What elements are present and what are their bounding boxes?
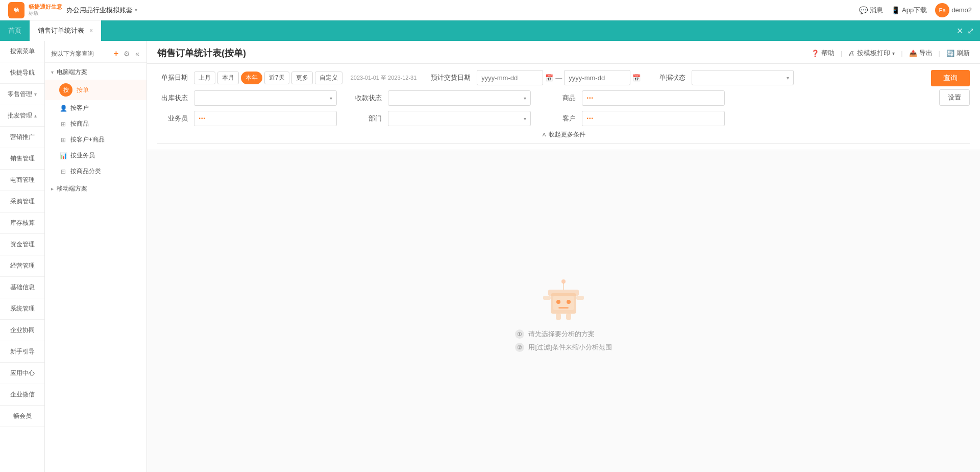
sidebar-item-membership[interactable]: 畅会员 — [0, 406, 44, 427]
delivery-status-select[interactable]: ▾ — [194, 90, 337, 106]
grid2-icon: ⊞ — [59, 136, 67, 144]
app-download-btn[interactable]: 📱 App下载 — [891, 6, 927, 15]
right-panel: 销售订单统计表(按单) ❓ 帮助 | 🖨 按模板打印 ▾ | 📤 — [147, 41, 980, 472]
left-panel-actions: + ⚙ « — [113, 48, 140, 59]
scheme-item-by-order-label: 按单 — [77, 86, 89, 95]
product-ellipsis-icon[interactable]: ··· — [586, 93, 593, 103]
custom-btn[interactable]: 自定义 — [315, 72, 342, 84]
account-dropdown[interactable]: 办公用品行业模拟账套 ▾ — [66, 6, 137, 15]
account-arrow-icon: ▾ — [135, 7, 137, 13]
help-label: 帮助 — [821, 49, 835, 58]
sidebar-item-enterprise[interactable]: 企业协同 — [0, 320, 44, 341]
message-btn[interactable]: 💬 消息 — [859, 6, 883, 15]
product-select[interactable]: ··· — [582, 90, 725, 106]
customer-select[interactable]: ··· — [582, 111, 725, 126]
tab-close-icon[interactable]: × — [89, 27, 93, 34]
scheme-item-by-salesperson-label: 按业务员 — [70, 151, 95, 160]
scheme-settings-btn[interactable]: ⚙ — [122, 48, 131, 59]
export-btn[interactable]: 📤 导出 — [909, 49, 933, 58]
salesperson-ellipsis-icon[interactable]: ··· — [199, 114, 205, 123]
sidebar-item-search-menu[interactable]: 搜索菜单 — [0, 41, 44, 62]
sidebar-item-ecommerce[interactable]: 电商管理 — [0, 170, 44, 191]
this-month-btn[interactable]: 本月 — [217, 72, 239, 84]
svg-rect-10 — [556, 314, 561, 320]
filter-row-2: 出库状态 ▾ 收款状态 ▾ 商品 ··· — [157, 90, 919, 106]
filter-row-1: 单据日期 上月 本月 本年 近7天 更多 自定义 2023-01-01 至 20… — [157, 70, 919, 85]
user-profile[interactable]: Ea demo2 — [935, 3, 972, 17]
sidebar-basic-info-label: 基础信息 — [10, 284, 35, 291]
last-month-btn[interactable]: 上月 — [194, 72, 215, 84]
scheme-group-pc-header[interactable]: ▾ 电脑端方案 — [45, 65, 146, 80]
sidebar-new-guide-label: 新手引导 — [10, 348, 35, 355]
scheme-item-by-product-category[interactable]: ⊟ 按商品分类 — [45, 163, 146, 179]
salesperson-select[interactable]: ··· — [194, 111, 337, 126]
expected-date-group: 📅 — 📅 — [477, 70, 641, 85]
topbar-left: 畅 畅捷通好生意 标版 办公用品行业模拟账套 ▾ — [8, 2, 137, 18]
payment-status-label: 收款状态 — [351, 93, 382, 103]
sidebar-item-purchase[interactable]: 采购管理 — [0, 191, 44, 213]
this-year-btn[interactable]: 本年 — [241, 72, 262, 84]
sidebar-item-sales[interactable]: 销售管理 — [0, 148, 44, 170]
tab-home[interactable]: 首页 — [0, 20, 30, 41]
template-print-btn[interactable]: 🖨 按模板打印 ▾ — [848, 49, 895, 58]
refresh-btn[interactable]: 🔄 刷新 — [946, 49, 970, 58]
more-btn[interactable]: 更多 — [291, 72, 313, 84]
sidebar-item-inventory[interactable]: 库存核算 — [0, 213, 44, 234]
scheme-add-btn[interactable]: + — [113, 48, 119, 59]
svg-point-7 — [561, 279, 566, 284]
help-btn[interactable]: ❓ 帮助 — [811, 49, 835, 58]
scheme-item-by-customer[interactable]: 👤 按客户 — [45, 100, 146, 116]
query-action-group: 查询 设置 — [925, 70, 970, 106]
calendar-end-icon[interactable]: 📅 — [632, 74, 641, 82]
sidebar-item-enterprise-wechat[interactable]: 企业微信 — [0, 384, 44, 406]
delivery-status-label: 出库状态 — [157, 93, 188, 103]
salesperson-label: 业务员 — [157, 114, 188, 123]
payment-status-select[interactable]: ▾ — [388, 90, 531, 106]
doc-status-select[interactable]: ▾ — [692, 70, 794, 85]
scheme-item-by-salesperson[interactable]: 📊 按业务员 — [45, 148, 146, 163]
tip-num-1: ① — [515, 329, 524, 339]
sidebar-item-basic-info[interactable]: 基础信息 — [0, 277, 44, 298]
sidebar-item-system[interactable]: 系统管理 — [0, 298, 44, 320]
message-icon: 💬 — [859, 6, 868, 14]
expand-window-btn[interactable]: ⤢ — [967, 26, 974, 36]
dept-select[interactable]: ▾ — [388, 111, 531, 126]
scheme-group-mobile-header[interactable]: ▸ 移动端方案 — [45, 181, 146, 196]
sidebar-item-quick-nav[interactable]: 快捷导航 — [0, 62, 44, 84]
refresh-label: 刷新 — [957, 49, 970, 58]
scheme-item-by-order[interactable]: 按 按单 — [45, 80, 146, 100]
expected-date-start-input[interactable] — [477, 70, 543, 85]
page-actions: ❓ 帮助 | 🖨 按模板打印 ▾ | 📤 导出 | — [811, 49, 970, 58]
sidebar-item-new-guide[interactable]: 新手引导 — [0, 341, 44, 363]
customer-ellipsis-icon[interactable]: ··· — [586, 114, 593, 123]
main-layout: 搜索菜单 快捷导航 零售管理 ▾ 批发管理 ▴ 营销推广 销售管理 电商管理 采… — [0, 41, 980, 472]
sidebar-item-retail[interactable]: 零售管理 ▾ — [0, 84, 44, 105]
expected-date-end-input[interactable] — [564, 70, 630, 85]
scheme-item-by-customer-product[interactable]: ⊞ 按客户+商品 — [45, 132, 146, 148]
logo: 畅 — [8, 2, 24, 18]
calendar-start-icon[interactable]: 📅 — [545, 74, 553, 82]
svg-rect-11 — [566, 314, 571, 320]
avatar: Ea — [935, 3, 949, 17]
query-btn[interactable]: 查询 — [931, 70, 970, 86]
app-download-label: App下载 — [902, 6, 927, 15]
scheme-group-pc: ▾ 电脑端方案 按 按单 👤 按客户 ⊞ 按商品 — [45, 65, 146, 179]
scheme-item-by-product[interactable]: ⊞ 按商品 — [45, 116, 146, 132]
bar-chart-icon: 📊 — [59, 152, 67, 159]
close-window-btn[interactable]: ✕ — [957, 26, 963, 36]
filter-area: 单据日期 上月 本月 本年 近7天 更多 自定义 2023-01-01 至 20… — [147, 64, 980, 150]
sidebar-item-operations[interactable]: 经营管理 — [0, 255, 44, 277]
empty-illustration — [538, 270, 589, 321]
reset-btn[interactable]: 设置 — [939, 89, 970, 106]
svg-rect-4 — [558, 307, 569, 309]
sidebar-item-wholesale[interactable]: 批发管理 ▴ — [0, 105, 44, 127]
sidebar-item-marketing[interactable]: 营销推广 — [0, 127, 44, 148]
collapse-more-btn[interactable]: ∧ 收起更多条件 — [157, 126, 970, 144]
scheme-collapse-btn[interactable]: « — [134, 48, 140, 59]
last-7-days-btn[interactable]: 近7天 — [264, 72, 289, 84]
sidebar-item-finance[interactable]: 资金管理 — [0, 234, 44, 255]
tab-sales-order-stats[interactable]: 销售订单统计表 × — [30, 20, 101, 41]
scheme-item-by-product-label: 按商品 — [70, 120, 89, 128]
sidebar-item-app-center[interactable]: 应用中心 — [0, 363, 44, 384]
export-label: 导出 — [919, 49, 933, 58]
